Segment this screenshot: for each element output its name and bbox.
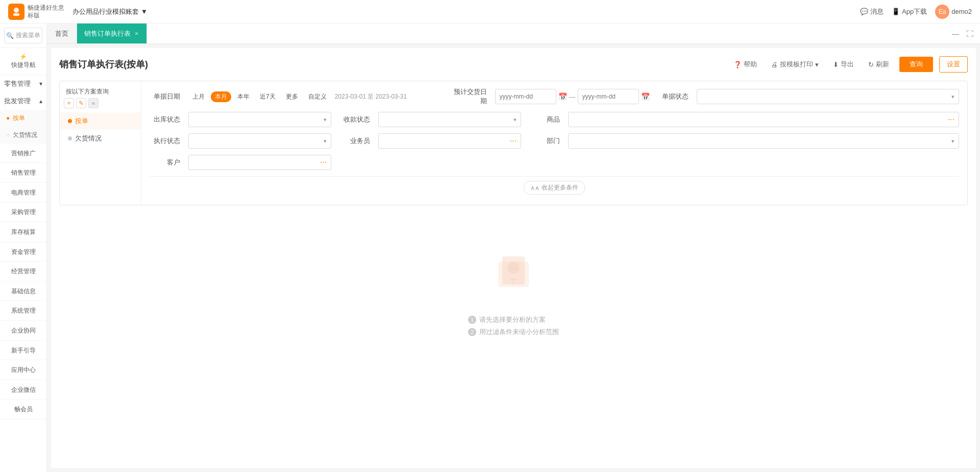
sidebar-item-operations[interactable]: 经营管理 (0, 262, 46, 281)
scheme-panel: 按以下方案查询 + ✎ « (60, 81, 141, 205)
scheme-add-icon: + (67, 100, 70, 107)
ship-status-select[interactable]: ▾ (188, 112, 331, 127)
help-icon: ❓ (733, 61, 742, 68)
help-button[interactable]: ❓ 帮助 (729, 58, 761, 71)
date-label: 单据日期 (150, 92, 180, 101)
shortage-icon: ○ (6, 131, 10, 138)
tab-home[interactable]: 首页 (47, 23, 77, 43)
sidebar-item-retail[interactable]: 零售管理 ▾ (0, 75, 46, 92)
date-tab-this-year[interactable]: 本年 (233, 91, 254, 103)
app-download-action[interactable]: 📱 App下载 (892, 7, 927, 16)
start-calendar-icon[interactable]: 📅 (558, 92, 567, 101)
company-selector[interactable]: 办公用品行业模拟账套 ▼ (68, 5, 152, 18)
tip-text-1: 请先选择要分析的方案 (479, 315, 546, 324)
date-tab-more[interactable]: 更多 (282, 91, 302, 103)
message-action[interactable]: 💬 消息 (860, 7, 884, 16)
sidebar-item-marketing[interactable]: 营销推广 (0, 144, 46, 163)
print-dropdown-icon: ▾ (815, 61, 819, 68)
scheme-edit-button[interactable]: ✎ (76, 98, 86, 108)
quick-nav-icon: ⚡ (4, 53, 42, 60)
sidebar-item-basic-info[interactable]: 基础信息 (0, 281, 46, 301)
settings-button[interactable]: 设置 (939, 56, 968, 73)
date-separator: — (569, 93, 576, 101)
sidebar-item-sales[interactable]: 销售管理 (0, 163, 46, 183)
dept-select[interactable]: ▾ (568, 133, 959, 149)
product-select[interactable]: ··· (568, 112, 959, 127)
exec-status-select[interactable]: ▾ (188, 133, 331, 149)
scheme-item-shortage[interactable]: 欠货情况 (60, 130, 141, 147)
main-body-container: 按以下方案查询 + ✎ « (59, 81, 968, 205)
empty-state-icon (488, 246, 539, 307)
user-avatar: Ea (935, 5, 949, 19)
tab-minimize-button[interactable]: — (949, 28, 962, 40)
ship-chevron: ▾ (324, 116, 327, 123)
sidebar-item-member[interactable]: 畅会员 (0, 399, 46, 419)
customer-label: 客户 (150, 158, 180, 167)
product-label: 商品 (529, 115, 560, 124)
collapse-label: 收起更多条件 (542, 183, 578, 192)
doc-status-select[interactable]: ▾ (697, 89, 960, 104)
date-tab-last-month[interactable]: 上月 (188, 91, 209, 103)
sales-label: 销售管理 (4, 169, 42, 177)
end-calendar-icon[interactable]: 📅 (641, 92, 650, 101)
sidebar-item-app-center[interactable]: 应用中心 (0, 360, 46, 380)
payment-status-select[interactable]: ▾ (378, 112, 521, 127)
sidebar-item-purchase[interactable]: 采购管理 (0, 202, 46, 222)
sidebar-item-finance[interactable]: 资金管理 (0, 242, 46, 262)
svg-point-0 (14, 8, 19, 13)
filter-row-date: 单据日期 上月 本月 本年 近7天 更多 自定义 2023-03-01 至 20… (150, 87, 959, 106)
customer-select[interactable]: ··· (188, 155, 331, 170)
sidebar-item-quick-nav[interactable]: ⚡ 快捷导航 (0, 48, 46, 75)
export-label: 导出 (841, 60, 854, 69)
salesperson-select[interactable]: ··· (378, 133, 521, 149)
company-name: 办公用品行业模拟账套 (72, 7, 139, 16)
tab-sales-order[interactable]: 销售订单执行表 × (77, 23, 147, 43)
sidebar-item-system[interactable]: 系统管理 (0, 301, 46, 321)
salesperson-more-icon[interactable]: ··· (510, 136, 517, 146)
page-header: 销售订单执行表(按单) ❓ 帮助 🖨 按模板打印 ▾ ⬇ 导出 (59, 56, 968, 73)
page-actions: ❓ 帮助 🖨 按模板打印 ▾ ⬇ 导出 ↻ 刷新 (729, 56, 968, 73)
company-dropdown-icon: ▼ (141, 8, 148, 15)
estimated-date-start[interactable] (495, 89, 556, 104)
search-menu-button[interactable]: 🔍 搜索菜单 (4, 28, 42, 43)
tab-maximize-button[interactable]: ⛶ (964, 28, 976, 40)
scheme-collapse-button[interactable]: « (88, 98, 99, 108)
download-icon: 📱 (892, 8, 900, 15)
date-tab-7days[interactable]: 近7天 (256, 91, 280, 103)
tab-bar: 首页 销售订单执行表 × — ⛶ (47, 23, 980, 44)
query-button[interactable]: 查询 (899, 57, 933, 72)
scheme-item-order[interactable]: 按单 (60, 112, 141, 130)
inventory-label: 库存核算 (4, 228, 42, 237)
refresh-button[interactable]: ↻ 刷新 (864, 58, 893, 71)
scheme-order-label: 按单 (75, 116, 88, 126)
sidebar-item-wechat[interactable]: 企业微信 (0, 380, 46, 400)
wholesale-submenu: ● 按单 ○ 欠货情况 (0, 110, 46, 144)
shortage-label: 欠货情况 (13, 131, 37, 139)
sidebar-item-ecommerce[interactable]: 电商管理 (0, 183, 46, 203)
customer-more-icon[interactable]: ··· (320, 158, 327, 167)
date-tabs: 上月 本月 本年 近7天 更多 自定义 (188, 91, 331, 103)
export-button[interactable]: ⬇ 导出 (829, 58, 858, 71)
scheme-panel-actions-row: + ✎ « (60, 98, 141, 112)
collapse-more-button[interactable]: ∧∧ 收起更多条件 (524, 181, 585, 195)
user-profile[interactable]: Ea demo2 (935, 5, 972, 19)
sidebar-item-inventory[interactable]: 库存核算 (0, 222, 46, 242)
date-tab-custom[interactable]: 自定义 (304, 91, 331, 103)
sidebar-item-wholesale[interactable]: 批发管理 ▴ (0, 92, 46, 110)
estimated-date-end[interactable] (578, 89, 639, 104)
date-field: 上月 本月 本年 近7天 更多 自定义 2023-03-01 至 2023-03… (188, 91, 442, 103)
enterprise-label: 企业协同 (4, 327, 42, 335)
subnav-shortage[interactable]: ○ 欠货情况 (0, 127, 46, 144)
scheme-add-button[interactable]: + (64, 98, 74, 108)
subnav-order-exec[interactable]: ● 按单 (0, 110, 46, 127)
refresh-icon: ↻ (868, 61, 874, 68)
doc-status-label: 单据状态 (658, 92, 689, 101)
date-tab-this-month[interactable]: 本月 (211, 91, 231, 102)
search-menu-label: 搜索菜单 (16, 31, 40, 40)
retail-label: 零售管理 (4, 79, 31, 88)
print-button[interactable]: 🖨 按模板打印 ▾ (767, 58, 823, 71)
product-more-icon[interactable]: ··· (948, 115, 954, 124)
sidebar-item-enterprise[interactable]: 企业协同 (0, 321, 46, 341)
sidebar-item-newbie[interactable]: 新手引导 (0, 341, 46, 361)
tab-close-button[interactable]: × (134, 29, 139, 38)
